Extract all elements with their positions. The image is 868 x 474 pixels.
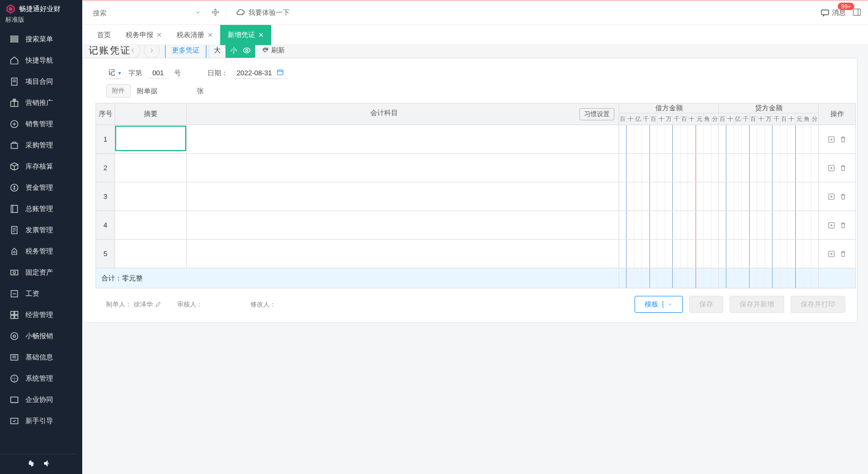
debit-cell[interactable] bbox=[619, 154, 719, 182]
add-row-icon[interactable] bbox=[828, 136, 835, 143]
sidebar-item-3[interactable]: 营销推广 bbox=[0, 92, 77, 113]
sidebar-item-1[interactable]: 快捷导航 bbox=[0, 50, 77, 71]
sidebar-item-5[interactable]: 采购管理 bbox=[0, 135, 77, 156]
voucher-number-input[interactable]: 001 bbox=[147, 68, 169, 78]
tab-1[interactable]: 税务申报✕ bbox=[118, 25, 169, 45]
gear-icon[interactable] bbox=[211, 7, 220, 19]
sidebar-item-label: 总账管理 bbox=[25, 204, 53, 214]
credit-cell[interactable] bbox=[719, 154, 819, 182]
delete-row-icon[interactable] bbox=[839, 222, 847, 229]
save-print-button[interactable]: 保存并打印 bbox=[791, 296, 845, 313]
sidebar-item-17[interactable]: 企业协同 bbox=[0, 389, 77, 410]
sidebar-item-10[interactable]: 税务管理 bbox=[0, 241, 77, 262]
tab-0[interactable]: 首页 bbox=[90, 25, 118, 45]
add-row-icon[interactable] bbox=[828, 222, 835, 229]
credit-cell[interactable] bbox=[719, 240, 819, 268]
template-button[interactable]: 模板 bbox=[635, 296, 683, 313]
chevron-down-icon[interactable] bbox=[195, 9, 201, 17]
search-box[interactable] bbox=[89, 6, 205, 20]
delete-row-icon[interactable] bbox=[839, 250, 847, 258]
save-add-button[interactable]: 保存并新增 bbox=[730, 296, 784, 313]
voucher-table: 序号 摘要 会计科目 习惯设置 借方金额 贷方金额 操作 bbox=[96, 103, 856, 288]
attachment-button[interactable]: 附件 bbox=[106, 84, 131, 98]
summary-cell[interactable] bbox=[115, 125, 187, 154]
close-icon[interactable]: ✕ bbox=[207, 31, 213, 39]
credit-cell[interactable] bbox=[719, 211, 819, 240]
account-cell[interactable] bbox=[187, 125, 619, 154]
account-cell[interactable] bbox=[187, 211, 619, 240]
settings-icon[interactable] bbox=[25, 459, 35, 470]
debit-cell[interactable] bbox=[619, 211, 719, 240]
more-vouchers-button[interactable]: 更多凭证 bbox=[165, 45, 206, 58]
account-cell[interactable] bbox=[187, 240, 619, 268]
edit-icon[interactable] bbox=[155, 301, 161, 308]
account-cell[interactable] bbox=[187, 182, 619, 211]
close-icon[interactable]: ✕ bbox=[157, 31, 162, 39]
sidebar-item-9[interactable]: 发票管理 bbox=[0, 220, 77, 241]
sidebar-item-0[interactable]: 搜索菜单 bbox=[0, 29, 77, 50]
tab-label: 税务申报 bbox=[126, 30, 153, 40]
messages-button[interactable]: 消息 99+ bbox=[820, 8, 846, 17]
sidebar-scrollbar[interactable] bbox=[77, 0, 82, 474]
prev-voucher-button[interactable] bbox=[125, 45, 141, 58]
debit-cell[interactable] bbox=[619, 240, 719, 268]
sidebar-item-14[interactable]: 小畅报销 bbox=[0, 326, 77, 347]
credit-cell[interactable] bbox=[719, 182, 819, 211]
add-row-icon[interactable] bbox=[828, 164, 835, 172]
sidebar-item-12[interactable]: 工资 bbox=[0, 283, 77, 304]
try-button[interactable]: 我要体验一下 bbox=[231, 5, 294, 21]
summary-cell[interactable] bbox=[115, 211, 187, 240]
preview-button[interactable] bbox=[238, 45, 255, 58]
date-picker[interactable]: 2022-08-31 bbox=[233, 67, 287, 79]
sidebar-item-7[interactable]: 资金管理 bbox=[0, 177, 77, 198]
sidebar-item-label: 工资 bbox=[25, 289, 39, 299]
search-input[interactable] bbox=[93, 9, 192, 17]
sound-icon[interactable] bbox=[42, 459, 52, 470]
date-value: 2022-08-31 bbox=[237, 69, 272, 77]
tab-3[interactable]: 新增凭证✕ bbox=[220, 25, 271, 45]
tab-2[interactable]: 税表清册✕ bbox=[169, 25, 220, 45]
sidebar-item-label: 基础信息 bbox=[25, 353, 53, 362]
tab-label: 新增凭证 bbox=[228, 30, 255, 40]
sidebar-item-18[interactable]: 新手引导 bbox=[0, 410, 77, 432]
row-index: 1 bbox=[96, 125, 115, 154]
summary-cell[interactable] bbox=[115, 240, 187, 268]
panel-icon[interactable] bbox=[852, 7, 862, 19]
sidebar-item-6[interactable]: 库存核算 bbox=[0, 156, 77, 177]
maker-field: 制单人： 徐泽华 bbox=[106, 300, 161, 309]
save-button[interactable]: 保存 bbox=[689, 296, 723, 313]
sidebar-item-16[interactable]: 系统管理 bbox=[0, 368, 77, 389]
delete-row-icon[interactable] bbox=[839, 193, 847, 200]
th-account: 会计科目 习惯设置 bbox=[187, 103, 619, 125]
summary-cell[interactable] bbox=[115, 182, 187, 211]
tabs: 首页税务申报✕税表清册✕新增凭证✕ bbox=[82, 25, 868, 45]
debit-cell[interactable] bbox=[619, 182, 719, 211]
action-cell bbox=[819, 240, 856, 268]
debit-cell[interactable] bbox=[619, 125, 719, 154]
refresh-button[interactable]: 刷新 bbox=[262, 46, 285, 55]
sidebar-item-13[interactable]: 经营管理 bbox=[0, 304, 77, 326]
next-voucher-button[interactable] bbox=[144, 45, 160, 58]
account-cell[interactable] bbox=[187, 154, 619, 182]
summary-input[interactable] bbox=[115, 126, 186, 151]
add-row-icon[interactable] bbox=[828, 193, 835, 200]
template-label: 模板 bbox=[645, 300, 658, 309]
sidebar-item-label: 采购管理 bbox=[25, 141, 53, 150]
auditor-label: 审核人： bbox=[177, 300, 203, 309]
add-row-icon[interactable] bbox=[828, 250, 835, 258]
sidebar-item-8[interactable]: 总账管理 bbox=[0, 198, 77, 220]
total-row: 合计：零元整 bbox=[96, 268, 856, 288]
sidebar-item-2[interactable]: 项目合同 bbox=[0, 71, 77, 92]
delete-row-icon[interactable] bbox=[839, 136, 847, 143]
habit-settings-button[interactable]: 习惯设置 bbox=[579, 108, 614, 120]
voucher-type-select[interactable]: 记 ▾ bbox=[106, 67, 123, 79]
sidebar-item-11[interactable]: 固定资产 bbox=[0, 262, 77, 283]
summary-cell[interactable] bbox=[115, 154, 187, 182]
sidebar-item-4[interactable]: 销售管理 bbox=[0, 113, 77, 135]
close-icon[interactable]: ✕ bbox=[258, 31, 264, 39]
delete-row-icon[interactable] bbox=[839, 164, 847, 172]
row-index: 3 bbox=[96, 182, 115, 211]
size-large-button[interactable]: 大 bbox=[209, 45, 225, 58]
sidebar-item-15[interactable]: 基础信息 bbox=[0, 347, 77, 368]
credit-cell[interactable] bbox=[719, 125, 819, 154]
